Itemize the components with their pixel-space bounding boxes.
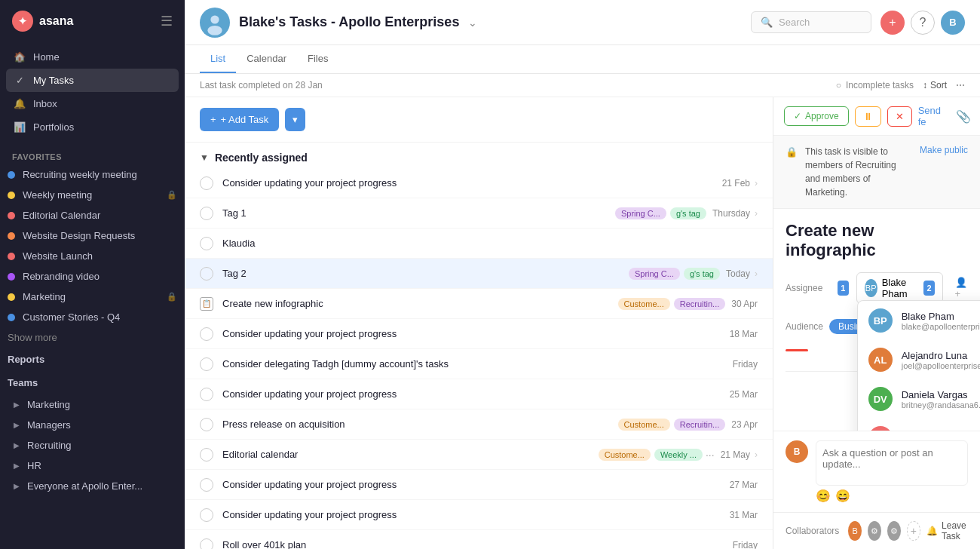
task-row[interactable]: Roll over 401k planFriday [185,530,773,549]
sidebar-item-home[interactable]: 🏠 Home [6,45,179,69]
emoji-icon[interactable]: 😊 [816,489,831,503]
dropdown-person-blake[interactable]: BP Blake Pham blake@apolloenterprises.or… [858,301,980,340]
task-tag: Spring C... [615,207,666,219]
sidebar-item-customer-stories[interactable]: Customer Stories - Q4 [0,307,185,327]
add-task-dropdown-button[interactable]: ▾ [285,108,305,131]
task-arrow-icon: › [755,208,758,219]
sidebar-item-recruiting-weekly[interactable]: Recruiting weekly meeting [0,164,185,185]
add-task-button[interactable]: + + Add Task [200,108,279,131]
comment-input-wrapper: 😊 😄 [816,440,968,503]
task-more-icon[interactable]: ··· [706,449,715,461]
pause-button[interactable]: ⏸ [855,106,881,127]
task-name: Consider updating your project progress [222,509,724,520]
task-check[interactable] [200,448,213,462]
reject-button[interactable]: ✕ [887,106,912,127]
task-row[interactable]: Tag 1Spring C...g's tagThursday› [185,198,773,228]
task-check[interactable] [200,357,213,371]
tab-calendar[interactable]: Calendar [236,45,297,73]
task-tags: Custome...Recruitin... [618,419,726,431]
chevron-right-icon: ▶ [14,441,20,449]
sidebar-item-website-design[interactable]: Website Design Requests [0,225,185,246]
send-feedback-label[interactable]: Send fe [918,105,941,127]
dropdown-person-jennifer[interactable]: JL Jennifer Lu jessica@apolloenterprises… [858,419,980,431]
task-row[interactable]: Consider updating your project progress3… [185,500,773,530]
task-check[interactable] [200,478,213,492]
lock-icon: 🔒 [167,190,177,200]
dropdown-person-alejandro[interactable]: AL Alejandro Luna joel@apolloenterprises… [858,340,980,379]
task-row[interactable]: Press release on acquisitionCustome...Re… [185,409,773,440]
person-info-alejandro: Alejandro Luna joel@apolloenterprises.or… [902,350,980,370]
task-check[interactable] [200,327,213,341]
show-more-button[interactable]: Show more [0,327,185,348]
help-button[interactable]: ? [911,11,935,35]
task-check[interactable] [200,267,213,281]
sidebar-item-team-recruiting[interactable]: ▶ Recruiting [0,435,185,455]
asana-logo-icon: ✦ [12,11,33,32]
leave-task-button[interactable]: 🔔 Leave Task [926,520,968,541]
task-check[interactable] [200,508,213,522]
task-row[interactable]: Consider updating your project progress1… [185,319,773,349]
task-row[interactable]: Editorial calendarCustome...Weekly ...··… [185,440,773,470]
task-check[interactable] [200,388,213,401]
sidebar-toggle-button[interactable]: ☰ [161,13,173,29]
task-check[interactable] [200,207,213,220]
collaborators-row: Collaborators B ⚙ ⚙ + 🔔 Leave Task [773,512,980,549]
sidebar-item-team-everyone[interactable]: ▶ Everyone at Apollo Enter... [0,476,185,496]
sidebar-item-my-tasks[interactable]: ✓ My Tasks [6,69,179,92]
task-row[interactable]: Consider delegating Tadgh [dummy account… [185,349,773,379]
person-avatar-jennifer: JL [868,426,893,431]
add-collaborator-button[interactable]: + [907,521,920,541]
search-label: Search [779,17,810,28]
task-check[interactable]: 📋 [200,297,213,311]
sidebar-item-team-hr[interactable]: ▶ HR [0,455,185,476]
approve-label: Approve [805,111,839,121]
new-item-button[interactable]: + [880,11,905,35]
fav-label-weekly: Weekly meeting [23,189,92,201]
dropdown-person-daniela[interactable]: DV Daniela Vargas britney@randasana6.inf… [858,379,980,419]
incomplete-tasks-filter[interactable]: ○ Incomplete tasks [836,80,914,90]
make-public-button[interactable]: Make public [920,145,968,155]
page-title: Blake's Tasks - Apollo Enterprises [239,14,459,30]
leave-task-label: Leave Task [942,520,968,541]
attachment-icon[interactable]: 📎 [953,106,974,127]
approve-button[interactable]: ✓ Approve [784,106,849,126]
sidebar-item-website-launch[interactable]: Website Launch [0,246,185,266]
sidebar-item-rebranding[interactable]: Rebranding video [0,266,185,287]
task-row[interactable]: 📋Create new infographicCustome...Recruit… [185,289,773,319]
sidebar-item-portfolios[interactable]: 📊 Portfolios [6,115,179,139]
sort-button[interactable]: ↕ Sort [923,80,947,90]
tab-list[interactable]: List [200,45,236,73]
task-check[interactable] [200,237,213,250]
task-tags: Custome...Weekly ... [599,449,703,461]
task-date: 31 Mar [730,510,758,520]
sidebar-item-editorial[interactable]: Editorial Calendar [0,205,185,225]
task-row[interactable]: Consider updating your project progress2… [185,379,773,409]
user-avatar[interactable]: B [941,11,965,35]
sidebar-item-team-managers[interactable]: ▶ Managers [0,415,185,435]
task-row[interactable]: Klaudia [185,228,773,259]
more-options-icon[interactable]: ⋯ [956,80,965,90]
lock-icon-marketing: 🔒 [167,292,177,302]
smiley-icon[interactable]: 😄 [835,489,850,503]
task-row[interactable]: Tag 2Spring C...g's tagToday› [185,259,773,289]
sidebar-item-team-marketing[interactable]: ▶ Marketing [0,394,185,415]
add-assignee-icon[interactable]: 👤+ [955,277,968,299]
task-check[interactable] [200,418,213,431]
task-date: 21 Feb [722,178,750,189]
comment-input[interactable] [816,440,968,486]
task-check[interactable] [200,538,213,550]
reports-section[interactable]: Reports [0,348,185,371]
task-arrow-icon: › [755,449,758,460]
tab-files[interactable]: Files [297,45,338,73]
task-list: + + Add Task ▾ ▼ Recently assigned Consi… [185,97,773,549]
sidebar-item-marketing[interactable]: Marketing 🔒 [0,287,185,307]
sidebar-item-weekly-meeting[interactable]: Weekly meeting 🔒 [0,185,185,205]
assignee-value[interactable]: BP Blake Pham 2 BP Blake Pham blake@apol… [856,272,943,304]
search-box[interactable]: 🔍 Search [751,11,871,33]
task-row[interactable]: Consider updating your project progress2… [185,168,773,198]
sidebar-item-inbox[interactable]: 🔔 Inbox [6,92,179,115]
task-row[interactable]: Consider updating your project progress2… [185,470,773,500]
chevron-down-icon[interactable]: ⌄ [468,17,477,29]
task-date: Friday [733,540,758,550]
task-check[interactable] [200,176,213,190]
